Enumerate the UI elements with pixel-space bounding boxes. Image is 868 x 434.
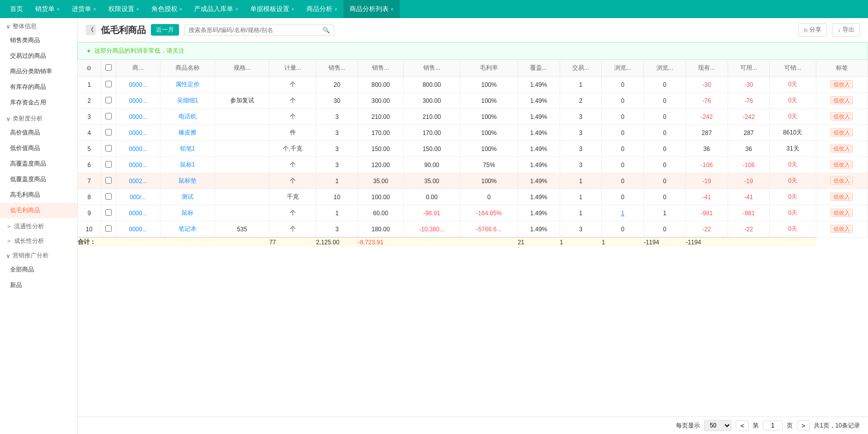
table-row: 3 0000... 电话机 个 3 210.00 210.00 100% 1.4… (78, 109, 868, 125)
nav-product-stock[interactable]: 产成品入库单 × (188, 0, 244, 18)
nav-product-analysis-list[interactable]: 商品分析列表 × (343, 0, 400, 18)
nav-purchase-order[interactable]: 进货单 × (66, 0, 102, 18)
row-name[interactable]: 属性定价 (160, 77, 215, 93)
totals-empty3 (215, 237, 269, 246)
sidebar-item-new-products[interactable]: 新品 (0, 277, 77, 293)
page-size-label: 每页显示 (676, 421, 700, 430)
sidebar-item-low-coverage[interactable]: 低覆盖度商品 (0, 172, 77, 187)
nav-close-icon[interactable]: × (57, 7, 60, 12)
row-browse1[interactable]: 1 (602, 205, 644, 221)
row-tag: 低收入 (816, 125, 867, 141)
row-checkbox[interactable] (101, 125, 116, 141)
col-code-header: 商... (116, 60, 160, 77)
nav-close-icon[interactable]: × (136, 7, 139, 12)
sidebar-item-high-value[interactable]: 高价值商品 (0, 125, 77, 140)
sidebar-item-all-products[interactable]: 全部商品 (0, 262, 77, 277)
col-checkbox[interactable] (101, 60, 116, 77)
row-unit: 个 (269, 157, 316, 173)
nav-close-icon[interactable]: × (334, 7, 337, 12)
row-name[interactable]: 橡皮擦 (160, 125, 215, 141)
row-checkbox[interactable] (101, 173, 116, 189)
row-stock3: 31天 (770, 141, 816, 157)
row-name[interactable]: 吴细细1 (160, 93, 215, 109)
row-coverage: 1.49% (517, 93, 560, 109)
row-trade: 2 (560, 93, 602, 109)
row-spec: 参加复试 (215, 93, 269, 109)
nav-close-icon[interactable]: × (93, 7, 96, 12)
sidebar-item-low-value[interactable]: 低价值商品 (0, 140, 77, 156)
nav-close-icon[interactable]: × (235, 7, 238, 12)
page-number-input[interactable] (763, 420, 783, 430)
row-s3: 170.00 (403, 125, 460, 141)
nav-home[interactable]: 首页 (4, 0, 29, 18)
nav-permission[interactable]: 权限设置 × (102, 0, 145, 18)
row-tag: 低收入 (816, 109, 867, 125)
row-checkbox[interactable] (101, 189, 116, 205)
share-button[interactable]: ⎋ 分享 (798, 23, 827, 37)
nav-template[interactable]: 单据模板设置 × (244, 0, 300, 18)
row-checkbox[interactable] (101, 93, 116, 109)
nav-product-analysis[interactable]: 商品分析 × (300, 0, 343, 18)
row-stock2: -106 (728, 157, 770, 173)
search-icon[interactable]: 🔍 (322, 27, 330, 34)
sidebar-group-growth[interactable]: ＞ 成长性分析 (0, 233, 77, 247)
sidebar-group-flow[interactable]: ＞ 流通性分析 (0, 218, 77, 233)
col-stock3-header: 可销... (770, 60, 816, 77)
sidebar-group-coverage: ∨ 类射度分析 (0, 110, 77, 125)
row-name[interactable]: 电话机 (160, 109, 215, 125)
search-input[interactable] (189, 27, 322, 34)
nav-close-icon[interactable]: × (180, 7, 183, 12)
sidebar-item-high-coverage[interactable]: 高覆盖度商品 (0, 156, 77, 172)
sidebar-item-traded[interactable]: 交易过的商品 (0, 48, 77, 64)
next-page-button[interactable]: > (797, 420, 810, 431)
nav-close-icon[interactable]: × (391, 7, 394, 12)
time-filter-button[interactable]: 近一月 (151, 24, 179, 36)
row-checkbox[interactable] (101, 221, 116, 238)
nav-role[interactable]: 角色授权 × (145, 0, 189, 18)
nav-sales-order[interactable]: 销货单 × (29, 0, 66, 18)
settings-icon[interactable]: ⚙ (86, 65, 92, 72)
select-all-checkbox[interactable] (105, 64, 112, 71)
row-name[interactable]: 铅笔1 (160, 141, 215, 157)
row-coverage: 1.49% (517, 205, 560, 221)
row-stock2: -41 (728, 189, 770, 205)
page-title: 低毛利商品 (101, 24, 146, 36)
row-stock3: 0天 (770, 173, 816, 189)
row-checkbox[interactable] (101, 157, 116, 173)
sidebar-item-capital[interactable]: 库存资金占用 (0, 95, 77, 110)
row-checkbox[interactable] (101, 109, 116, 125)
row-checkbox[interactable] (101, 205, 116, 221)
row-margin: 100% (460, 93, 518, 109)
row-name[interactable]: 鼠标1 (160, 157, 215, 173)
page-size-select[interactable]: 50 100 200 (704, 420, 732, 431)
row-name[interactable]: 鼠标垫 (160, 173, 215, 189)
row-stock1: -106 (685, 157, 728, 173)
notice-icon: ✦ (86, 48, 91, 55)
sidebar-item-in-stock[interactable]: 有库存的商品 (0, 79, 77, 95)
sidebar-collapse-button[interactable]: 《 (86, 25, 96, 35)
row-browse2: 0 (644, 221, 686, 238)
row-s1: 1 (316, 173, 358, 189)
main-content: 《 低毛利商品 近一月 🔍 ⎋ 分享 ↓ 导出 ✦ 这部分商品的利润非常低， (78, 18, 868, 434)
row-no: 6 (78, 157, 101, 173)
nav-close-icon[interactable]: × (291, 7, 294, 12)
header-actions: ⎋ 分享 ↓ 导出 (798, 23, 860, 37)
col-settings[interactable]: ⚙ (78, 60, 101, 77)
data-table: ⚙ 商... 商品名称 规格... 计量... 销售... 销售... 销售..… (78, 60, 868, 246)
table-row: 1 0000... 属性定价 个 20 800.00 800.00 100% 1… (78, 77, 868, 93)
totals-stock2: -1194 (685, 237, 728, 246)
sidebar-item-category-rate[interactable]: 商品分类助销率 (0, 64, 77, 79)
row-name[interactable]: 笔记本 (160, 221, 215, 238)
row-checkbox[interactable] (101, 77, 116, 93)
row-coverage: 1.49% (517, 173, 560, 189)
sidebar-item-low-margin[interactable]: 低毛利商品 (0, 203, 77, 218)
export-button[interactable]: ↓ 导出 (832, 23, 860, 37)
row-name[interactable]: 鼠标 (160, 205, 215, 221)
row-browse1: 0 (602, 189, 644, 205)
sidebar-item-high-margin[interactable]: 高毛利商品 (0, 187, 77, 203)
sidebar-group-overall: ∨ 整体信息 (0, 18, 77, 33)
prev-page-button[interactable]: < (736, 420, 749, 431)
row-name[interactable]: 测试 (160, 189, 215, 205)
sidebar-item-sales-product[interactable]: 销售类商品 (0, 33, 77, 48)
row-checkbox[interactable] (101, 141, 116, 157)
